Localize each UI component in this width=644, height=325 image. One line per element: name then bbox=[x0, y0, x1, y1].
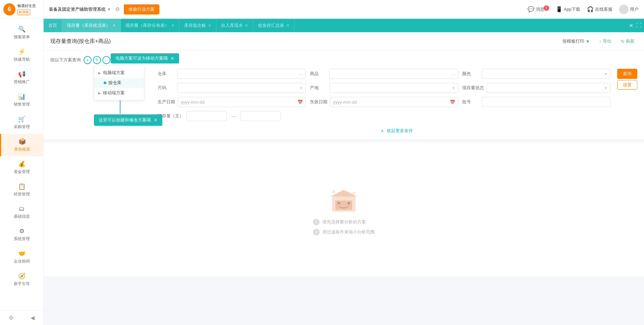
stock-qty-to[interactable] bbox=[240, 111, 281, 121]
system-dropdown-icon: ▼ bbox=[107, 7, 111, 12]
purchase-icon: 🛒 bbox=[18, 115, 25, 123]
back-scheme-btn[interactable]: ← bbox=[102, 56, 110, 64]
scheme-info-popup[interactable]: 这里可以创建和修改方案哦 ✕ bbox=[94, 114, 162, 126]
scheme-info-close[interactable]: ✕ bbox=[154, 117, 158, 123]
app-download-label: App下载 bbox=[564, 6, 580, 12]
tab-inventory-status-close[interactable]: ✕ bbox=[112, 23, 116, 28]
tab-in-out-flow[interactable]: 出入库流水 ✕ bbox=[216, 19, 253, 32]
tab-collect-summary-label: 收发存汇总表 bbox=[258, 22, 284, 29]
step1-badge: 1 bbox=[313, 219, 320, 225]
collapse-icon: ∧ bbox=[381, 128, 384, 133]
filter-label: 按以下方案查询 bbox=[50, 57, 81, 63]
system-selector[interactable]: 装备及固定资产辅助管理系统 ▼ bbox=[49, 6, 111, 12]
print-button[interactable]: 按模板打印 ▼ bbox=[560, 37, 593, 46]
produce-date-input[interactable]: yyyy-mm-dd 📅 bbox=[178, 97, 306, 107]
message-icon: 💬 bbox=[528, 6, 534, 12]
filter-origin: 产地 ▼ bbox=[310, 83, 458, 93]
color-label: 颜色 bbox=[462, 71, 479, 77]
top-header: 装备及固定资产辅助管理系统 ▼ ⚙ 体验行业方案 💬 消息 6 📱 App下载 … bbox=[44, 0, 644, 19]
sidebar-label-marketing: 营销推广 bbox=[14, 79, 30, 85]
sidebar-item-sales[interactable]: 📊 销售管理 bbox=[0, 89, 43, 111]
sidebar-item-finance[interactable]: 💰 资金管理 bbox=[0, 156, 43, 179]
export-button[interactable]: ↑ 导出 bbox=[597, 37, 614, 46]
tab-home-label: 首页 bbox=[48, 22, 57, 29]
produce-date-placeholder: yyyy-mm-dd bbox=[181, 100, 205, 105]
search-button[interactable]: 查询 bbox=[617, 69, 637, 79]
filter-collapse[interactable]: ∧ 收起更多条件 bbox=[158, 125, 637, 134]
stock-status-select[interactable]: ▼ bbox=[487, 83, 610, 93]
scheme-tree-warehouse[interactable]: 按仓库 bbox=[94, 78, 144, 88]
tab-inventory-dist-close[interactable]: ✕ bbox=[171, 23, 174, 28]
sidebar: 6 畅通好生意 标准版 🔍 搜索菜单 ⚡ 快速导航 📢 营销推广 📊 销售管理 … bbox=[0, 0, 44, 325]
sidebar-label-finance: 资金管理 bbox=[14, 169, 30, 175]
filter-row-3: 生产日期 yyyy-mm-dd 📅 失效日期 yyyy-mm-dd 📅 bbox=[158, 97, 610, 107]
tab-inventory-dist[interactable]: 现存量（库存分布表） ✕ bbox=[121, 19, 179, 32]
cooperation-icon: 🤝 bbox=[18, 250, 25, 257]
svg-rect-1 bbox=[335, 201, 352, 210]
sidebar-item-inventory[interactable]: 📦 库存核算 bbox=[0, 134, 43, 156]
header-message[interactable]: 💬 消息 6 bbox=[528, 6, 549, 12]
sidebar-item-quicknav[interactable]: ⚡ 快速导航 bbox=[0, 44, 43, 66]
sidebar-label-cooperation: 企业协同 bbox=[14, 259, 30, 264]
sidebar-item-operations[interactable]: 📋 经营管理 bbox=[0, 179, 43, 201]
sidebar-item-basic[interactable]: 🗂 基础信息 bbox=[0, 201, 43, 223]
batch-label: 批号 bbox=[462, 99, 479, 105]
scheme-desktop-label: 电脑端方案 bbox=[103, 70, 125, 76]
header-left: 装备及固定资产辅助管理系统 ▼ ⚙ 体验行业方案 bbox=[49, 4, 159, 14]
tab-collect-summary[interactable]: 收发存汇总表 ✕ bbox=[253, 19, 294, 32]
sidebar-label-basic: 基础信息 bbox=[14, 214, 30, 219]
origin-select[interactable]: ▼ bbox=[329, 83, 458, 93]
tab-batch-ledger-close[interactable]: ✕ bbox=[208, 23, 211, 28]
sidebar-item-purchase[interactable]: 🛒 采购管理 bbox=[0, 111, 43, 134]
message-label: 消息 bbox=[536, 6, 544, 12]
add-scheme-btn[interactable]: + bbox=[84, 56, 92, 64]
origin-dropdown-icon: ▼ bbox=[452, 86, 455, 90]
warehouse-input[interactable]: ··· bbox=[177, 69, 306, 79]
scheme-tooltip-popup[interactable]: 电脑方案可设为移动方案哦 ✕ bbox=[111, 53, 179, 63]
color-select[interactable]: ▼ bbox=[482, 69, 610, 79]
size-select[interactable]: ▼ bbox=[177, 83, 306, 93]
logo-text: 畅通好生意 标准版 bbox=[17, 3, 36, 15]
expire-date-input[interactable]: yyyy-mm-dd 📅 bbox=[330, 97, 458, 107]
filter-goods: 商品 ··· bbox=[310, 69, 458, 79]
header-online-service[interactable]: 🎧 在线客服 bbox=[587, 6, 612, 12]
export-icon: ↑ bbox=[599, 39, 602, 44]
goods-input[interactable]: ··· bbox=[329, 69, 458, 79]
sidebar-item-marketing[interactable]: 📢 营销推广 bbox=[0, 66, 43, 89]
edit-scheme-btn[interactable]: ✎ bbox=[93, 56, 101, 64]
footer-settings-icon[interactable]: ⚙ bbox=[9, 315, 13, 321]
tab-home[interactable]: 首页 bbox=[44, 19, 62, 32]
scheme-tooltip-close[interactable]: ✕ bbox=[170, 56, 174, 61]
tabs-expand-icon[interactable]: ⛶ bbox=[636, 22, 641, 29]
refresh-button[interactable]: ↻ 刷新 bbox=[618, 37, 637, 46]
sidebar-item-guide[interactable]: 🧭 新手引导 bbox=[0, 268, 43, 291]
sidebar-label-purchase: 采购管理 bbox=[14, 124, 30, 130]
svg-point-3 bbox=[347, 202, 350, 205]
sidebar-item-system[interactable]: ⚙ 系统管理 bbox=[0, 223, 43, 246]
sidebar-footer: ⚙ ◀ bbox=[0, 310, 43, 325]
batch-input[interactable] bbox=[482, 97, 610, 107]
tree-arrow-icon: ▶ bbox=[98, 71, 101, 75]
tab-collect-summary-close[interactable]: ✕ bbox=[286, 23, 289, 28]
user-label: 用户 bbox=[630, 6, 639, 12]
header-settings-icon[interactable]: ⚙ bbox=[115, 6, 120, 12]
scheme-tree-desktop[interactable]: ▶ 电脑端方案 bbox=[94, 68, 144, 78]
refresh-label: 刷新 bbox=[626, 38, 635, 44]
footer-collapse-icon[interactable]: ◀ bbox=[31, 315, 35, 321]
sidebar-item-search[interactable]: 🔍 搜索菜单 bbox=[0, 21, 43, 44]
tab-inventory-status[interactable]: 现存量（库存状况表） ✕ bbox=[62, 19, 121, 32]
tabs-bar: 首页 现存量（库存状况表） ✕ 现存量（库存分布表） ✕ 库存批次账 ✕ 出入库… bbox=[44, 19, 644, 32]
tab-in-out-flow-label: 出入库流水 bbox=[221, 22, 243, 29]
filter-color: 颜色 ▼ bbox=[462, 69, 610, 79]
sidebar-item-cooperation[interactable]: 🤝 企业协同 bbox=[0, 246, 43, 268]
tab-batch-ledger[interactable]: 库存批次账 ✕ bbox=[179, 19, 216, 32]
scheme-tree-mobile[interactable]: ▶ 移动端方案 bbox=[94, 88, 144, 98]
industry-btn[interactable]: 体验行业方案 bbox=[124, 4, 159, 14]
header-user[interactable]: 用户 bbox=[619, 5, 639, 14]
reset-button[interactable]: 设置 bbox=[617, 80, 637, 90]
header-app-download[interactable]: 📱 App下载 bbox=[556, 6, 580, 12]
stock-qty-from[interactable] bbox=[186, 111, 227, 121]
tabs-close-all-icon[interactable]: ✕ bbox=[629, 22, 633, 29]
goods-dots: ··· bbox=[451, 71, 455, 76]
tab-in-out-flow-close[interactable]: ✕ bbox=[245, 23, 248, 28]
